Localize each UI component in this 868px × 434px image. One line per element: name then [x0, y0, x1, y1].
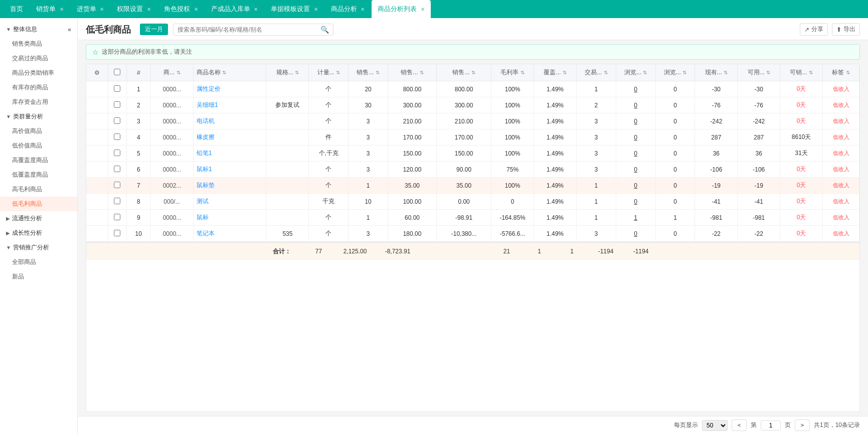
row-view1-6[interactable]: 0 — [616, 178, 655, 194]
row-name-9[interactable]: 笔记本 — [193, 226, 266, 242]
col-sellable-header[interactable]: 可销... ⇅ — [780, 64, 823, 81]
col-cover-header[interactable]: 覆盖... ⇅ — [534, 64, 577, 81]
sidebar-item-high-coverage[interactable]: 高覆盖度商品 — [0, 153, 77, 168]
row-name-4[interactable]: 铅笔1 — [193, 146, 266, 162]
col-code-header[interactable]: 商... ⇅ — [151, 64, 194, 81]
row-check-2[interactable] — [108, 113, 126, 129]
row-view1-7[interactable]: 0 — [616, 194, 655, 210]
prev-page-button[interactable]: ＜ — [732, 419, 747, 431]
nav-template-close[interactable]: ✕ — [314, 7, 318, 12]
period-button[interactable]: 近一月 — [140, 24, 168, 35]
sidebar-item-low-value[interactable]: 低价值商品 — [0, 138, 77, 153]
row-name-2[interactable]: 电话机 — [193, 113, 266, 129]
row-checkbox-2[interactable] — [114, 117, 120, 124]
nav-sales-close[interactable]: ✕ — [60, 7, 64, 12]
row-checkbox-1[interactable] — [114, 101, 120, 108]
col-name-header[interactable]: 商品名称 ⇅ — [193, 64, 266, 81]
sidebar-item-low-margin[interactable]: 低毛利商品 — [0, 197, 77, 211]
sidebar-item-all-goods[interactable]: 全部商品 — [0, 255, 77, 269]
col-settings-header[interactable]: ⚙ — [86, 64, 108, 81]
row-check-9[interactable] — [108, 226, 126, 242]
nav-home[interactable]: 首页 — [4, 0, 29, 18]
row-view1-0[interactable]: 0 — [616, 81, 655, 97]
nav-product-in[interactable]: 产成品入库单 ✕ — [205, 0, 264, 18]
row-name-6[interactable]: 鼠标垫 — [193, 178, 266, 194]
row-name-3[interactable]: 橡皮擦 — [193, 129, 266, 146]
row-view1-4[interactable]: 0 — [616, 146, 655, 162]
col-sale-price-header[interactable]: 销售... ⇅ — [388, 64, 437, 81]
col-view1-header[interactable]: 浏览... ⇅ — [616, 64, 655, 81]
row-name-1[interactable]: 吴细细1 — [193, 97, 266, 113]
nav-roles-close[interactable]: ✕ — [194, 7, 198, 12]
row-checkbox-0[interactable] — [114, 85, 120, 92]
sidebar-item-high-value[interactable]: 高价值商品 — [0, 124, 77, 138]
sidebar-group-overall[interactable]: ▼ 整体信息 « — [0, 22, 77, 37]
select-all-checkbox[interactable] — [114, 69, 120, 75]
row-name-5[interactable]: 鼠标1 — [193, 162, 266, 178]
row-checkbox-8[interactable] — [114, 214, 120, 220]
row-view1-3[interactable]: 0 — [616, 129, 655, 146]
next-page-button[interactable]: ＞ — [795, 419, 810, 431]
collapse-overall[interactable]: « — [68, 26, 71, 33]
row-checkbox-3[interactable] — [114, 133, 120, 140]
row-view1-8[interactable]: 1 — [616, 210, 655, 226]
per-page-select[interactable]: 50 20 100 — [702, 420, 728, 431]
sidebar-group-growth[interactable]: ▶ 成长性分析 — [0, 226, 77, 240]
row-checkbox-9[interactable] — [114, 230, 120, 236]
nav-roles[interactable]: 角色授权 ✕ — [158, 0, 204, 18]
nav-product-analysis-list[interactable]: 商品分析列表 ✕ — [372, 0, 431, 18]
sidebar-item-sales-goods[interactable]: 销售类商品 — [0, 37, 77, 51]
row-check-0[interactable] — [108, 81, 126, 97]
nav-product-in-close[interactable]: ✕ — [254, 7, 258, 12]
col-gross-header[interactable]: 毛利率 ⇅ — [491, 64, 534, 81]
col-unit-header[interactable]: 计量... ⇅ — [309, 64, 349, 81]
row-checkbox-5[interactable] — [114, 166, 120, 172]
page-input[interactable] — [761, 420, 781, 430]
col-sale-profit-header[interactable]: 销售... ⇅ — [437, 64, 491, 81]
col-current-header[interactable]: 现有... ⇅ — [695, 64, 738, 81]
row-checkbox-4[interactable] — [114, 150, 120, 156]
row-view1-5[interactable]: 0 — [616, 162, 655, 178]
sidebar-item-traded-goods[interactable]: 交易过的商品 — [0, 51, 77, 66]
col-check-header[interactable] — [108, 64, 126, 81]
row-check-6[interactable] — [108, 178, 126, 194]
row-check-5[interactable] — [108, 162, 126, 178]
row-view1-2[interactable]: 0 — [616, 113, 655, 129]
col-tag-header[interactable]: 标签 ⇅ — [823, 64, 859, 81]
nav-product-analysis[interactable]: 商品分析 ✕ — [325, 0, 371, 18]
share-button[interactable]: ↗ 分享 — [800, 23, 828, 36]
row-check-4[interactable] — [108, 146, 126, 162]
nav-product-analysis-list-close[interactable]: ✕ — [421, 7, 425, 12]
row-check-3[interactable] — [108, 129, 126, 146]
sidebar-item-capital[interactable]: 库存资金占用 — [0, 95, 77, 109]
row-check-1[interactable] — [108, 97, 126, 113]
sidebar-item-low-coverage[interactable]: 低覆盖度商品 — [0, 168, 77, 182]
nav-product-analysis-close[interactable]: ✕ — [361, 7, 365, 12]
row-check-7[interactable] — [108, 194, 126, 210]
sidebar-group-flow[interactable]: ▶ 流通性分析 — [0, 211, 77, 226]
nav-purchase[interactable]: 进货单 ✕ — [71, 0, 110, 18]
col-trade-header[interactable]: 交易... ⇅ — [576, 64, 616, 81]
sidebar-item-high-margin[interactable]: 高毛利商品 — [0, 182, 77, 197]
row-name-0[interactable]: 属性定价 — [193, 81, 266, 97]
nav-purchase-close[interactable]: ✕ — [100, 7, 104, 12]
col-sale-qty-header[interactable]: 销售... ⇅ — [349, 64, 388, 81]
search-icon[interactable]: 🔍 — [320, 26, 329, 34]
export-button[interactable]: ⬆ 导出 — [832, 23, 860, 36]
col-view2-header[interactable]: 浏览... ⇅ — [655, 64, 695, 81]
row-checkbox-6[interactable] — [114, 182, 120, 188]
sidebar-group-marketing[interactable]: ▼ 营销推广分析 — [0, 240, 77, 255]
row-name-8[interactable]: 鼠标 — [193, 210, 266, 226]
sidebar-item-category-rate[interactable]: 商品分类助销率 — [0, 66, 77, 80]
row-view1-1[interactable]: 0 — [616, 97, 655, 113]
sidebar-item-stock-goods[interactable]: 有库存的商品 — [0, 80, 77, 95]
row-view1-9[interactable]: 0 — [616, 226, 655, 242]
search-input[interactable] — [178, 26, 320, 33]
nav-sales[interactable]: 销货单 ✕ — [30, 0, 70, 18]
sidebar-item-new-goods[interactable]: 新品 — [0, 269, 77, 284]
nav-permissions[interactable]: 权限设置 ✕ — [111, 0, 157, 18]
nav-template[interactable]: 单据模板设置 ✕ — [265, 0, 324, 18]
sidebar-group-cluster[interactable]: ▼ 类群量分析 — [0, 109, 77, 124]
col-spec-header[interactable]: 规格... ⇅ — [266, 64, 309, 81]
row-name-7[interactable]: 测试 — [193, 194, 266, 210]
